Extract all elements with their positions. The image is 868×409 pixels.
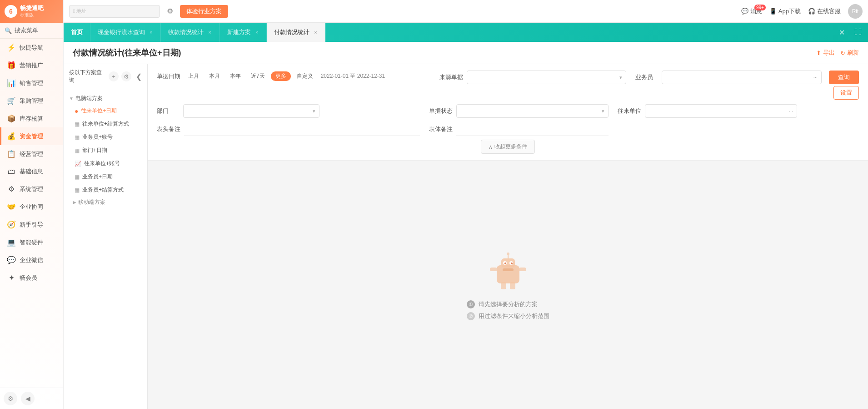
industry-btn[interactable]: 体验行业方案: [180, 5, 228, 18]
sidebar-item-vip[interactable]: ✦ 畅会员: [0, 269, 63, 287]
plan-item-icon: ▦: [75, 147, 80, 154]
date-more-btn[interactable]: 更多: [271, 71, 291, 81]
date-custom-btn[interactable]: 自定义: [293, 71, 317, 82]
tab-receipts[interactable]: 收款情况统计 ×: [161, 23, 219, 42]
tab-close-all-btn[interactable]: ✕: [835, 26, 848, 39]
plan-item-label: 部门+日期: [82, 146, 107, 154]
topbar-gear-icon[interactable]: ⚙: [164, 5, 176, 18]
search-menu[interactable]: 🔍 搜索菜单: [0, 23, 63, 39]
page-header-actions: ⬆ 导出 ↻ 刷新: [816, 49, 859, 57]
sidebar-item-system[interactable]: ⚙ 系统管理: [0, 180, 63, 198]
tab-bank-close-icon[interactable]: ×: [149, 29, 153, 35]
plan-add-btn[interactable]: +: [109, 71, 119, 81]
app-download-btn[interactable]: 📱 App下载: [769, 7, 801, 15]
export-btn[interactable]: ⬆ 导出: [816, 49, 835, 57]
export-icon: ⬆: [816, 50, 821, 56]
query-btn[interactable]: 查询: [829, 71, 859, 84]
service-label: 在线客服: [817, 7, 841, 15]
address-bar[interactable]:  地址: [69, 5, 160, 18]
sidebar-item-marketing[interactable]: 🎁 营销推广: [0, 56, 63, 74]
sidebar-item-quick-nav[interactable]: ⚡ 快捷导航: [0, 39, 63, 56]
nav-label: 畅会员: [20, 274, 37, 282]
filter-row-2: 部门 ▾ 单据状态 ▾: [157, 104, 859, 118]
tab-bank[interactable]: 现金银行流水查询 ×: [90, 23, 161, 42]
staff-select[interactable]: ···: [662, 71, 822, 84]
table-body-note-filter: 表体备注: [429, 122, 609, 136]
nav-label: 企业协同: [20, 203, 43, 211]
date-last7-btn[interactable]: 近7天: [247, 71, 269, 82]
filter-settings-btn[interactable]: 设置: [833, 86, 859, 100]
dept-select[interactable]: ▾: [183, 104, 319, 118]
tab-new-plan[interactable]: 新建方案 ×: [220, 23, 267, 42]
plan-settings-btn[interactable]: ⚙: [121, 71, 131, 81]
sidebar-item-wechat[interactable]: 💬 企业微信: [0, 251, 63, 269]
collapse-label: 收起更多条件: [494, 143, 527, 151]
nav-icon: 🤝: [7, 202, 16, 211]
plan-item-staff-settle[interactable]: ▦ 业务员+结算方式: [64, 183, 147, 197]
nav-label: 基础信息: [20, 167, 43, 176]
nav-icon: ✦: [7, 273, 16, 282]
user-avatar[interactable]: Rit: [848, 4, 863, 19]
page-content: 付款情况统计(往来单位+日期) ⬆ 导出 ↻ 刷新 按以下方案查询 + ⚙: [64, 42, 868, 409]
tab-payment-stat-close-icon[interactable]: ×: [313, 29, 318, 35]
collapse-btn[interactable]: ∧ 收起更多条件: [481, 140, 535, 154]
plan-item-dept-date[interactable]: ▦ 部门+日期: [64, 144, 147, 157]
tab-expand-btn[interactable]: ⛶: [852, 26, 864, 39]
sidebar-item-purchase[interactable]: 🛒 采购管理: [0, 92, 63, 110]
message-btn[interactable]: 💬 消息 99+: [741, 7, 762, 15]
svg-rect-8: [503, 268, 514, 271]
date-last-month-btn[interactable]: 上月: [184, 71, 203, 82]
date-range-display: 2022-01-01 至 2022-12-31: [321, 72, 385, 80]
empty-tip-2: ② 用过滤条件来缩小分析范围: [467, 312, 549, 320]
plan-item-partner-account[interactable]: 📈 往来单位+账号: [64, 157, 147, 170]
sidebar-item-inventory[interactable]: 📦 库存核算: [0, 110, 63, 127]
table-head-note-input[interactable]: [184, 122, 420, 136]
refresh-btn[interactable]: ↻ 刷新: [840, 49, 859, 57]
table-head-note-label: 表头备注: [157, 125, 180, 133]
plan-item-partner-settle[interactable]: ▦ 往来单位+结算方式: [64, 117, 147, 131]
plan-item-staff-account[interactable]: ▦ 业务员+账号: [64, 131, 147, 144]
tip-text-1: 请先选择要分析的方案: [479, 300, 538, 308]
panel-collapse-btn[interactable]: ❮: [136, 72, 142, 81]
tab-payment-stat[interactable]: 付款情况统计 ×: [267, 23, 325, 42]
sidebar-collapse-btn[interactable]: ◀: [21, 392, 35, 405]
content-wrapper: 按以下方案查询 + ⚙ ❮ ▼ 电脑端方案 ● 往来单位+日期 ▦: [64, 64, 868, 409]
plan-item-staff-date[interactable]: ▦ 业务员+日期: [64, 170, 147, 183]
refresh-icon: ↻: [840, 50, 845, 56]
dept-label: 部门: [157, 107, 180, 115]
table-head-note-filter: 表头备注: [157, 122, 420, 136]
nav-label: 库存核算: [20, 115, 43, 123]
table-body-note-input[interactable]: [456, 122, 609, 136]
tabbar: 首页 现金银行流水查询 × 收款情况统计 × 新建方案 × 付款情况统计 × ✕…: [64, 23, 868, 42]
desktop-arrow-icon: ▼: [69, 96, 74, 101]
source-select[interactable]: ▾: [467, 71, 626, 84]
staff-filter: 业务员 ···: [635, 71, 822, 84]
topbar-right: 💬 消息 99+ 📱 App下载 🎧 在线客服 Rit: [741, 4, 863, 19]
sidebar-item-sales[interactable]: 📊 销售管理: [0, 74, 63, 92]
sidebar-item-capital[interactable]: 💰 资金管理: [0, 127, 63, 145]
partner-select[interactable]: ···: [645, 104, 797, 118]
mobile-arrow-icon: ▶: [73, 200, 76, 205]
voucher-status-select[interactable]: ▾: [456, 104, 609, 118]
sidebar-item-operation[interactable]: 📋 经营管理: [0, 145, 63, 163]
date-this-year-btn[interactable]: 本年: [226, 71, 245, 82]
sidebar-item-guide[interactable]: 🧭 新手引导: [0, 216, 63, 233]
sidebar-settings-btn[interactable]: ⚙: [4, 392, 17, 405]
plan-item-icon: ▦: [75, 174, 80, 180]
nav-icon: 🗃: [7, 167, 16, 176]
mobile-group-header[interactable]: ▶ 移动端方案: [64, 197, 147, 208]
plan-item-partner-date[interactable]: ● 往来单位+日期: [64, 104, 147, 117]
tab-receipts-close-icon[interactable]: ×: [207, 29, 212, 35]
tab-new-plan-close-icon[interactable]: ×: [254, 29, 259, 35]
desktop-group-header[interactable]: ▼ 电脑端方案: [64, 93, 147, 104]
empty-state: ① 请先选择要分析的方案 ② 用过滤条件来缩小分析范围: [467, 249, 549, 320]
tab-home[interactable]: 首页: [64, 23, 90, 42]
online-service-btn[interactable]: 🎧 在线客服: [808, 7, 841, 15]
sidebar-item-basic[interactable]: 🗃 基础信息: [0, 163, 63, 180]
nav-icon: ⚡: [7, 43, 16, 52]
date-this-month-btn[interactable]: 本月: [205, 71, 224, 82]
sidebar-item-hardware[interactable]: 💻 智能硬件: [0, 233, 63, 251]
svg-point-7: [507, 252, 509, 255]
topbar:  地址 ⚙ 体验行业方案 💬 消息 99+ 📱 App下载 🎧 在线客服 Ri…: [64, 0, 868, 23]
sidebar-item-enterprise[interactable]: 🤝 企业协同: [0, 198, 63, 216]
